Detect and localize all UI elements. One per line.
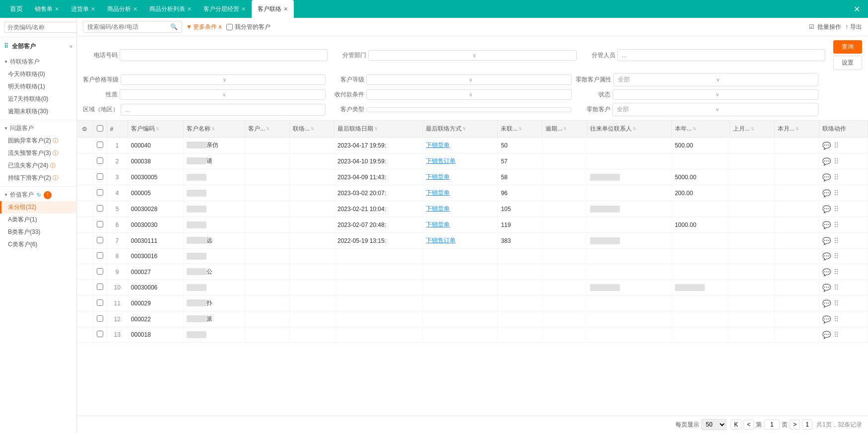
select-all-checkbox[interactable] <box>97 125 103 132</box>
my-customers-check[interactable] <box>226 24 233 30</box>
sidebar-item-abnormal[interactable]: 固购异常客户(2) ⓘ <box>0 135 76 147</box>
first-page-button[interactable]: K <box>731 420 741 430</box>
more-conditions-button[interactable]: ▼ 更多条件 ∧ <box>186 23 222 31</box>
grid-icon[interactable]: ⠿ <box>834 157 839 165</box>
chat-icon[interactable]: 💬 <box>822 315 831 323</box>
row-select-checkbox[interactable] <box>97 205 103 212</box>
nav-tab-customer-contact[interactable]: 客户联络 ✕ <box>252 0 294 18</box>
grid-icon[interactable]: ⠿ <box>834 252 839 260</box>
close-icon[interactable]: ✕ <box>133 0 137 18</box>
gender-select[interactable]: ∨ <box>120 89 326 100</box>
grid-icon[interactable]: ⠿ <box>834 173 839 181</box>
grid-icon[interactable]: ⠿ <box>834 331 839 339</box>
row-select-checkbox[interactable] <box>97 221 103 227</box>
phone-input[interactable] <box>120 49 328 61</box>
grid-icon[interactable]: ⠿ <box>834 268 839 276</box>
batch-ops-button[interactable]: ☑ 批量操作 <box>809 23 841 31</box>
chat-icon[interactable]: 💬 <box>822 331 831 339</box>
sidebar-item-lost[interactable]: 已流失客户(24) ⓘ <box>0 159 76 172</box>
customer-type-select[interactable] <box>366 107 572 112</box>
retail-customer-select[interactable]: 全部 ∨ <box>612 103 818 116</box>
th-unlinked[interactable]: 未联...⇅ <box>498 121 542 138</box>
sidebar-item-week-pending[interactable]: 近7天待联络(0) <box>0 93 76 105</box>
window-close-button[interactable]: ✕ <box>850 4 864 14</box>
settings-icon[interactable]: ⚙ <box>82 126 87 133</box>
th-last-month[interactable]: 上月...⇅ <box>730 121 774 138</box>
nav-tab-analysis[interactable]: 商品分析 ✕ <box>101 0 143 18</box>
close-icon[interactable]: ✕ <box>283 0 288 18</box>
chat-icon[interactable]: 💬 <box>822 221 831 229</box>
row-select-checkbox[interactable] <box>97 173 103 180</box>
manager-select[interactable]: ... <box>617 49 825 61</box>
row-checkbox[interactable] <box>93 311 107 327</box>
grid-icon[interactable]: ⠿ <box>834 142 839 149</box>
th-cat[interactable]: 客户...⇅ <box>245 121 289 138</box>
row-checkbox[interactable] <box>93 169 107 185</box>
th-code[interactable]: 客户编码⇅ <box>128 121 183 138</box>
sidebar-item-class-a[interactable]: A类客户(1) <box>0 214 76 226</box>
row-select-checkbox[interactable] <box>97 189 103 196</box>
th-last-way[interactable]: 最后联络方式⇅ <box>423 121 498 138</box>
sidebar-item-tomorrow-pending[interactable]: 明天待联络(1) <box>0 80 76 93</box>
chat-icon[interactable]: 💬 <box>822 173 831 181</box>
last-way-link[interactable]: 下销货单 <box>426 205 450 212</box>
last-page-button[interactable]: 1 <box>802 420 812 430</box>
row-checkbox[interactable] <box>93 295 107 311</box>
my-customers-checkbox[interactable]: 我分管的客户 <box>226 23 270 31</box>
sidebar-item-loss-warning[interactable]: 流失预警客户(3) ⓘ <box>0 147 76 159</box>
reset-button[interactable]: 设置 <box>833 56 862 70</box>
dept-select[interactable]: ∨ <box>368 50 576 61</box>
row-checkbox[interactable] <box>93 327 107 343</box>
chat-icon[interactable]: 💬 <box>822 189 831 197</box>
retail-attr-select[interactable]: 全部 ∨ <box>613 73 818 86</box>
sidebar-item-declining[interactable]: 持续下滑客户(2) ⓘ <box>0 172 76 184</box>
page-size-select[interactable]: 50 10 20 100 <box>701 419 727 430</box>
next-page-button[interactable]: > <box>790 420 800 430</box>
nav-tab-analysis-list[interactable]: 商品分析列表 ✕ <box>143 0 198 18</box>
chat-icon[interactable]: 💬 <box>822 157 831 165</box>
chat-icon[interactable]: 💬 <box>822 237 831 245</box>
payment-select[interactable]: ∨ <box>366 89 572 100</box>
th-last-date[interactable]: 最后联络日期⇅ <box>334 121 422 138</box>
last-way-link[interactable]: 下销货单 <box>426 189 450 196</box>
chat-icon[interactable]: 💬 <box>822 299 831 307</box>
row-select-checkbox[interactable] <box>97 157 103 164</box>
row-checkbox[interactable] <box>93 233 107 249</box>
search-icon[interactable]: 🔍 <box>170 23 178 30</box>
th-partner[interactable]: 往来单位联系人⇅ <box>587 121 671 138</box>
sidebar-item-ungrouped[interactable]: 未分组(32) <box>0 201 76 214</box>
th-cur-month[interactable]: 本月...⇅ <box>774 121 819 138</box>
row-checkbox[interactable] <box>93 153 107 169</box>
grid-icon[interactable]: ⠿ <box>834 284 839 291</box>
grid-icon[interactable]: ⠿ <box>834 315 839 323</box>
row-checkbox[interactable] <box>93 185 107 201</box>
region-select[interactable]: ... <box>121 104 326 116</box>
prev-page-button[interactable]: < <box>743 420 754 430</box>
chat-icon[interactable]: 💬 <box>822 205 831 213</box>
chat-icon[interactable]: 💬 <box>822 284 831 291</box>
grid-icon[interactable]: ⠿ <box>834 237 839 245</box>
last-way-link[interactable]: 下销售订单 <box>426 157 456 164</box>
price-level-select[interactable]: ∨ <box>121 74 326 85</box>
last-way-link[interactable]: 下销售订单 <box>426 237 456 244</box>
row-checkbox[interactable] <box>93 249 107 264</box>
close-icon[interactable]: ✕ <box>241 0 246 18</box>
nav-home[interactable]: 首页 <box>4 0 29 18</box>
th-contact[interactable]: 联络...⇅ <box>289 121 334 138</box>
grid-icon[interactable]: ⠿ <box>834 189 839 197</box>
row-select-checkbox[interactable] <box>97 237 103 243</box>
last-way-link[interactable]: 下销货单 <box>426 142 450 148</box>
last-way-link[interactable]: 下销货单 <box>426 173 450 180</box>
row-checkbox[interactable] <box>93 201 107 217</box>
row-checkbox[interactable] <box>93 264 107 280</box>
row-checkbox[interactable] <box>93 280 107 295</box>
row-select-checkbox[interactable] <box>97 142 103 148</box>
close-icon[interactable]: ✕ <box>55 0 59 18</box>
grid-icon[interactable]: ⠿ <box>834 205 839 213</box>
row-select-checkbox[interactable] <box>97 268 103 275</box>
last-way-link[interactable]: 下销货单 <box>426 221 450 228</box>
nav-tab-customer-tier[interactable]: 客户分层经营 ✕ <box>198 0 252 18</box>
export-button[interactable]: ↑ 导出 <box>845 23 862 31</box>
row-checkbox[interactable] <box>93 217 107 233</box>
th-cur-year[interactable]: 本年...⇅ <box>671 121 730 138</box>
